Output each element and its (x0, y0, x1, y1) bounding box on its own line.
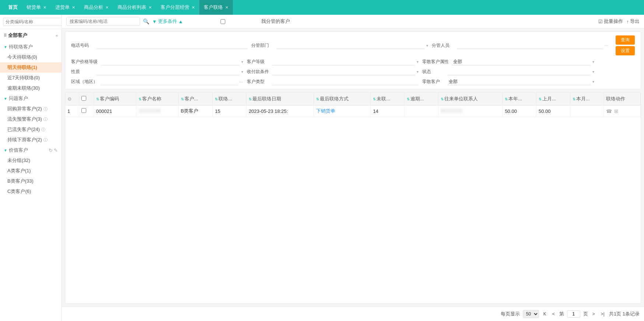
customer-level-dropdown-icon[interactable]: ▾ (417, 60, 419, 64)
sidebar-item-tomorrow[interactable]: 明天待联络(1) (0, 62, 62, 73)
customer-name-blurred: Ea (139, 108, 161, 113)
nature-input[interactable] (96, 68, 240, 75)
status-input[interactable] (447, 68, 591, 75)
search-input[interactable] (66, 17, 140, 26)
my-customers-checkbox-label[interactable]: 我分管的客户 (186, 18, 290, 25)
customer-level-input[interactable] (272, 58, 416, 65)
sidebar-item-today[interactable]: 今天待联络(0) (0, 52, 62, 62)
payment-dropdown-icon[interactable]: ▾ (417, 70, 419, 74)
payment-input[interactable] (272, 68, 416, 75)
select-all-checkbox[interactable] (81, 96, 86, 101)
nav-analysis-list[interactable]: 商品分析列表 ✕ (113, 0, 156, 15)
first-page-button[interactable]: K (542, 311, 548, 317)
row-action-qr-icon[interactable]: ⊞ (614, 108, 618, 114)
collapse-icon[interactable]: « (56, 33, 58, 38)
sidebar-search-input[interactable] (3, 18, 62, 26)
info-icon-repurchase: ⓘ (43, 106, 48, 112)
sidebar-item-overdue[interactable]: 逾期未联络(30) (0, 83, 62, 93)
th-settings: ⚙ (65, 93, 79, 106)
export-button[interactable]: ↑ 导出 (627, 18, 640, 25)
nav-customer-contact[interactable]: 客户联络 ✕ (199, 0, 233, 15)
sort-icon-contact[interactable]: ⇅ (215, 97, 218, 101)
nav-contact-close-icon[interactable]: ✕ (225, 5, 228, 10)
row-action-phone-icon[interactable]: ☎ (606, 108, 612, 114)
sort-icon-name[interactable]: ⇅ (139, 97, 141, 101)
sidebar-item-lost[interactable]: 已流失客户(24) ⓘ (0, 124, 62, 135)
table-settings-button[interactable]: ⚙ (67, 96, 72, 102)
sort-icon-type[interactable]: ⇅ (181, 97, 184, 101)
page-size-label: 每页显示 (501, 311, 520, 317)
refresh-icon[interactable]: ↻ (49, 148, 53, 153)
top-nav: 首页 销货单 ✕ 进货单 ✕ 商品分析 ✕ 商品分析列表 ✕ 客户分层经营 ✕ … (0, 0, 644, 15)
nav-purchase-close-icon[interactable]: ✕ (72, 5, 75, 10)
page-suffix: 页 (583, 311, 588, 317)
filter-button[interactable]: ▼ 更多条件 ▲ (152, 18, 183, 25)
phone-input[interactable] (96, 42, 248, 49)
region-input[interactable] (101, 78, 238, 85)
nav-analysis-list-close-icon[interactable]: ✕ (148, 5, 152, 10)
sort-icon-last-month[interactable]: ⇅ (539, 97, 542, 101)
dept-input[interactable] (276, 42, 424, 49)
sort-icon-last-date[interactable]: ⇅ (249, 97, 252, 101)
sort-icon-code[interactable]: ⇅ (96, 97, 99, 101)
nav-customer-segment[interactable]: 客户分层经营 ✕ (156, 0, 199, 15)
sidebar-item-class-b[interactable]: B类客户(33) (0, 176, 62, 186)
person-ellipsis-icon[interactable]: ··· (605, 43, 608, 48)
sidebar-item-week7[interactable]: 近7天待联络(0) (0, 73, 62, 83)
dept-dropdown-icon[interactable]: ▾ (426, 44, 428, 48)
row-checkbox[interactable] (81, 108, 86, 113)
sort-icon-this-year[interactable]: ⇅ (505, 97, 508, 101)
retail-customer-dropdown-icon[interactable]: ▾ (592, 80, 594, 84)
page-size-select[interactable]: 50 (523, 310, 539, 318)
price-level-dropdown-icon[interactable]: ▾ (241, 60, 243, 64)
last-page-button[interactable]: >| (599, 311, 606, 317)
customer-type-field: 客户类型 (247, 78, 419, 85)
retail-attr-input[interactable] (452, 58, 591, 65)
sort-icon-unit[interactable]: ⇅ (441, 97, 444, 101)
row-actions: ☎ ⊞ (606, 108, 638, 114)
sidebar-item-unclassified[interactable]: 未分组(32) (0, 155, 62, 166)
customer-type-input[interactable] (272, 78, 419, 85)
settings-button[interactable]: 设置 (616, 46, 635, 55)
retail-customer-input[interactable] (447, 78, 591, 85)
sort-icon-not-contact[interactable]: ⇅ (373, 97, 376, 101)
td-contact: 15 (213, 106, 246, 117)
my-customers-checkbox[interactable] (186, 19, 260, 24)
page-number-input[interactable] (567, 310, 580, 318)
sidebar-item-lost-risk[interactable]: 流失预警客户(3) ⓘ (0, 114, 62, 124)
sidebar-item-class-c[interactable]: C类客户(6) (0, 186, 62, 197)
batch-operation-button[interactable]: ☑ 批量操作 (598, 18, 623, 25)
edit-icon[interactable]: ✎ (54, 148, 58, 153)
sidebar-item-continuous-down[interactable]: 持续下滑客户(2) ⓘ (0, 135, 62, 145)
nav-sales-close-icon[interactable]: ✕ (43, 5, 46, 10)
total-records: 共1页 1条记录 (609, 311, 640, 317)
nav-analysis[interactable]: 商品分析 ✕ (80, 0, 113, 15)
status-dropdown-icon[interactable]: ▾ (592, 70, 594, 74)
nav-sales[interactable]: 销货单 ✕ (22, 0, 51, 15)
filter-panel: 电话号码 分管部门 ▾ 分管人员 ··· 查询 设置 (65, 31, 641, 89)
filter-row-4: 区域（地区） ··· 客户类型 零散客户 ▾ (71, 78, 635, 85)
query-button[interactable]: 查询 (616, 35, 635, 45)
nav-segment-close-icon[interactable]: ✕ (192, 5, 195, 10)
th-action: 联络动作 (604, 93, 641, 106)
region-ellipsis-icon[interactable]: ··· (239, 79, 243, 84)
nav-analysis-close-icon[interactable]: ✕ (105, 5, 109, 10)
price-level-input[interactable] (101, 58, 240, 65)
sort-icon-overdue[interactable]: ⇅ (407, 97, 410, 101)
all-customers-header[interactable]: ⠿ 全部客户 « (0, 29, 62, 42)
td-not-contact: 14 (371, 106, 405, 117)
table-header-row: ⚙ ⇅ 客户编码 ⇅ (65, 93, 641, 106)
retail-attr-dropdown-icon[interactable]: ▾ (592, 60, 594, 64)
search-button[interactable]: 🔍 (143, 18, 149, 24)
next-page-button[interactable]: > (591, 311, 596, 317)
last-contact-method-link[interactable]: 下销货单 (316, 108, 335, 114)
sort-icon-this-month[interactable]: ⇅ (573, 97, 575, 101)
prev-page-button[interactable]: < (551, 311, 556, 317)
sort-icon-last-method[interactable]: ⇅ (316, 97, 319, 101)
nature-dropdown-icon[interactable]: ▾ (241, 70, 243, 74)
sidebar-item-repurchase[interactable]: 回购异常客户(2) ⓘ (0, 104, 62, 114)
person-input[interactable] (457, 42, 603, 49)
sidebar-item-class-a[interactable]: A类客户(1) (0, 166, 62, 176)
nav-home[interactable]: 首页 (4, 0, 22, 15)
nav-purchase[interactable]: 进货单 ✕ (51, 0, 80, 15)
